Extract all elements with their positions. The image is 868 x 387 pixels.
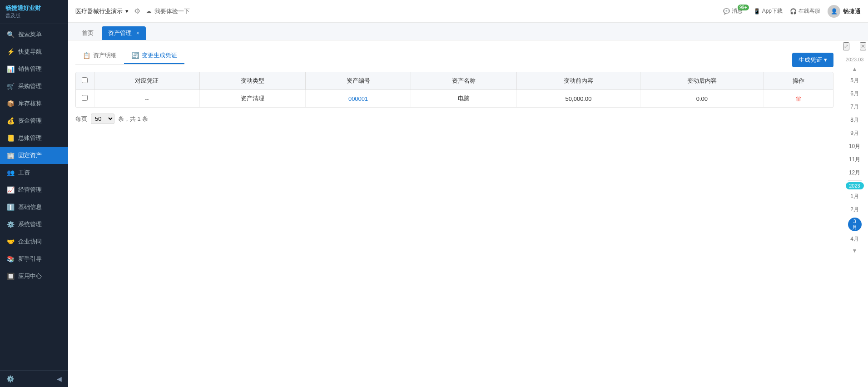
select-all-checkbox[interactable] bbox=[82, 77, 88, 83]
timeline-up-button[interactable]: ▲ bbox=[850, 64, 859, 74]
tab-home[interactable]: 首页 bbox=[75, 26, 100, 40]
timeline-header: 2023.03 bbox=[846, 53, 864, 64]
timeline-month-10[interactable]: 10月 bbox=[845, 140, 865, 153]
tab-asset-detail[interactable]: 📋 资产明细 bbox=[75, 48, 124, 64]
timeline-panel: ✕ ⤢ 2023.03 ▲ 5月 6月 7月 8月 9月 10月 11月 12月… bbox=[841, 40, 868, 387]
timeline-close-button[interactable]: ✕ bbox=[860, 42, 866, 50]
sidebar-item-purchase[interactable]: 🛒 采购管理 bbox=[0, 78, 68, 95]
sidebar-item-label: 资金管理 bbox=[18, 117, 42, 125]
col-change-type: 变动类型 bbox=[200, 72, 306, 90]
dropdown-arrow-icon: ▾ bbox=[824, 56, 827, 63]
topbar-left: 医疗器械行业演示 ▾ ⚙ ☁ 我要体验一下 bbox=[75, 7, 190, 15]
sidebar-item-guide[interactable]: 📚 新手引导 bbox=[0, 250, 68, 268]
info-icon: ℹ️ bbox=[6, 203, 15, 211]
row-asset-number[interactable]: 000001 bbox=[305, 90, 411, 108]
tab-close-icon[interactable]: × bbox=[136, 30, 139, 36]
headset-icon: 🎧 bbox=[790, 8, 797, 15]
sidebar-item-funds[interactable]: 💰 资金管理 bbox=[0, 112, 68, 129]
guide-icon: 📚 bbox=[6, 255, 15, 263]
sidebar: 畅捷通好业财 普及版 🔍 搜索菜单 ⚡ 快捷导航 📊 销售管理 🛒 采购管理 📦… bbox=[0, 0, 68, 387]
timeline-month-9[interactable]: 9月 bbox=[845, 127, 865, 139]
book-icon: 📒 bbox=[6, 134, 15, 142]
cart-icon: 🛒 bbox=[6, 83, 15, 90]
tab-asset-management[interactable]: 资产管理 × bbox=[102, 26, 146, 40]
timeline-month-4[interactable]: 4月 bbox=[845, 233, 865, 245]
chart-icon: 📊 bbox=[6, 65, 15, 73]
sidebar-item-label: 库存核算 bbox=[18, 99, 42, 108]
timeline-down-button[interactable]: ▼ bbox=[850, 246, 859, 256]
table-container: 对应凭证 变动类型 资产编号 资产名称 变动前内容 变动后内容 操作 bbox=[75, 72, 833, 108]
experience-button[interactable]: ☁ 我要体验一下 bbox=[146, 7, 190, 15]
inner-tabs: 📋 资产明细 🔄 变更生成凭证 bbox=[75, 48, 184, 64]
topbar-settings-icon[interactable]: ⚙ bbox=[134, 7, 140, 15]
timeline-divider bbox=[848, 180, 862, 181]
people-icon: 👥 bbox=[6, 169, 15, 176]
sidebar-item-payroll[interactable]: 👥 工资 bbox=[0, 164, 68, 181]
online-service-action[interactable]: 🎧 在线客服 bbox=[790, 7, 820, 15]
sidebar-item-sales[interactable]: 📊 销售管理 bbox=[0, 60, 68, 78]
timeline-month-1[interactable]: 1月 bbox=[845, 190, 865, 203]
timeline-month-2[interactable]: 2月 bbox=[845, 203, 865, 216]
sidebar-item-search[interactable]: 🔍 搜索菜单 bbox=[0, 26, 68, 43]
sidebar-edition: 普及版 bbox=[5, 12, 41, 19]
row-change-type: 资产清理 bbox=[200, 90, 306, 108]
delete-icon[interactable]: 🗑 bbox=[795, 95, 802, 102]
sidebar-item-label: 销售管理 bbox=[18, 65, 42, 73]
sidebar-item-system[interactable]: ⚙️ 系统管理 bbox=[0, 216, 68, 233]
gear-icon: ⚙️ bbox=[6, 221, 15, 228]
search-icon: 🔍 bbox=[6, 31, 15, 38]
sidebar-item-fixed-assets[interactable]: 🏢 固定资产 bbox=[0, 147, 68, 164]
tab-home-label: 首页 bbox=[82, 30, 94, 36]
col-before-change: 变动前内容 bbox=[517, 72, 640, 90]
sidebar-item-cooperation[interactable]: 🤝 企业协同 bbox=[0, 233, 68, 250]
sidebar-item-basic-info[interactable]: ℹ️ 基础信息 bbox=[0, 198, 68, 216]
message-icon: 💬 bbox=[723, 8, 730, 15]
row-checkbox[interactable] bbox=[82, 95, 88, 101]
user-info[interactable]: 👤 畅捷通 bbox=[828, 5, 861, 18]
sidebar-item-operations[interactable]: 📈 经营管理 bbox=[0, 181, 68, 198]
message-action[interactable]: 💬 消息 99+ bbox=[719, 7, 746, 15]
col-voucher: 对应凭证 bbox=[94, 72, 200, 90]
row-operation: 🗑 bbox=[764, 90, 833, 108]
sidebar-item-ledger[interactable]: 📒 总账管理 bbox=[0, 129, 68, 147]
row-after-change: 0.00 bbox=[640, 90, 764, 108]
trend-icon: 📈 bbox=[6, 186, 15, 194]
tab-asset-management-label: 资产管理 bbox=[108, 30, 132, 36]
col-asset-number: 资产编号 bbox=[305, 72, 411, 90]
total-label: 条，共 1 条 bbox=[118, 115, 148, 123]
collapse-icon[interactable]: ◀ bbox=[57, 375, 62, 382]
timeline-month-7[interactable]: 7月 bbox=[845, 101, 865, 113]
timeline-month-11[interactable]: 11月 bbox=[845, 154, 865, 166]
timeline-month-3-active[interactable]: 3月 bbox=[848, 218, 862, 231]
sidebar-item-label: 固定资产 bbox=[18, 151, 42, 159]
sidebar-item-quick-nav[interactable]: ⚡ 快捷导航 bbox=[0, 43, 68, 60]
timeline-month-6[interactable]: 6月 bbox=[845, 88, 865, 100]
tab-bar: 首页 资产管理 × bbox=[68, 23, 868, 40]
main-container: 医疗器械行业演示 ▾ ⚙ ☁ 我要体验一下 💬 消息 99+ 📱 App下载 🎧… bbox=[68, 0, 868, 387]
building-icon: 🏢 bbox=[6, 152, 15, 159]
mobile-icon: 📱 bbox=[754, 8, 760, 15]
timeline-expand-button[interactable]: ⤢ bbox=[843, 42, 849, 50]
col-asset-name: 资产名称 bbox=[411, 72, 517, 90]
table-header-row: 对应凭证 变动类型 资产编号 资产名称 变动前内容 变动后内容 操作 bbox=[76, 72, 833, 90]
per-page-select[interactable]: 50 10 20 100 bbox=[91, 114, 114, 124]
per-page-label: 每页 bbox=[75, 115, 87, 123]
avatar-icon: 👤 bbox=[831, 8, 838, 15]
sidebar-item-app-center[interactable]: 🔲 应用中心 bbox=[0, 268, 68, 285]
company-selector[interactable]: 医疗器械行业演示 ▾ bbox=[75, 7, 129, 15]
generate-voucher-button[interactable]: 生成凭证 ▾ bbox=[792, 53, 833, 67]
timeline-month-12[interactable]: 12月 bbox=[845, 167, 865, 179]
settings-footer-icon[interactable]: ⚙️ bbox=[6, 375, 14, 382]
sidebar-item-label: 新手引导 bbox=[18, 255, 42, 263]
asset-detail-icon: 📋 bbox=[83, 52, 90, 59]
timeline-month-8[interactable]: 8月 bbox=[845, 114, 865, 126]
change-voucher-label: 变更生成凭证 bbox=[142, 51, 177, 60]
timeline-month-5[interactable]: 5月 bbox=[845, 74, 865, 87]
topbar: 医疗器械行业演示 ▾ ⚙ ☁ 我要体验一下 💬 消息 99+ 📱 App下载 🎧… bbox=[68, 0, 868, 23]
sidebar-item-label: 企业协同 bbox=[18, 238, 42, 246]
app-download-action[interactable]: 📱 App下载 bbox=[754, 7, 783, 15]
sidebar-item-inventory[interactable]: 📦 库存核算 bbox=[0, 95, 68, 112]
sidebar-item-label: 快捷导航 bbox=[18, 48, 42, 56]
tab-change-voucher[interactable]: 🔄 变更生成凭证 bbox=[124, 48, 184, 64]
app-download-label: App下载 bbox=[762, 7, 783, 15]
